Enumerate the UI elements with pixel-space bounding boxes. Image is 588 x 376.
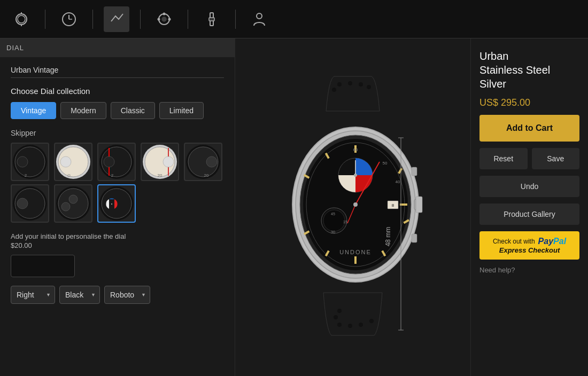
collection-vintage-button[interactable]: Vintage	[11, 102, 56, 119]
svg-point-1	[18, 15, 25, 23]
svg-point-65	[348, 324, 352, 328]
main-area: DIAL Urban Vintage Choose Dial collectio…	[0, 38, 588, 376]
svg-text:20: 20	[158, 173, 163, 178]
save-button[interactable]: Save	[532, 148, 580, 169]
dial-thumb-2[interactable]: Ω	[54, 143, 92, 181]
product-name-line2: Stainless Steel Silver	[479, 64, 550, 90]
svg-point-105	[353, 202, 358, 207]
need-help-link[interactable]: Need help?	[479, 266, 579, 274]
undo-button[interactable]: Undo	[479, 176, 579, 197]
svg-text:45: 45	[331, 212, 335, 216]
crown-nav-icon[interactable]	[151, 6, 177, 32]
dropdowns-row: Right Left Center Black White Gold Robot…	[11, 286, 224, 304]
svg-point-61	[359, 82, 363, 87]
nav-divider-1	[45, 10, 45, 29]
center-panel: 48 mm 20 mm 40 mm	[235, 38, 470, 376]
svg-text:50: 50	[383, 161, 388, 166]
svg-rect-80	[400, 203, 407, 206]
dial-thumb-5[interactable]: 20	[184, 143, 222, 181]
dial-nav-icon[interactable]	[104, 6, 129, 32]
svg-point-35	[206, 156, 217, 167]
svg-point-59	[337, 82, 342, 87]
choose-dial-label: Choose Dial collection	[11, 87, 224, 96]
svg-rect-13	[209, 18, 214, 21]
initial-input-box[interactable]	[11, 255, 75, 277]
collection-modern-button[interactable]: Modern	[60, 102, 106, 119]
collection-limited-button[interactable]: Limited	[159, 102, 204, 119]
personalize-label: Add your initial to personalise the dial	[11, 232, 224, 240]
reset-button[interactable]: Reset	[479, 148, 528, 169]
collection-buttons: Vintage Modern Classic Limited	[11, 102, 224, 119]
svg-point-46	[111, 203, 112, 205]
clock-nav-icon[interactable]	[56, 6, 82, 32]
svg-point-10	[168, 18, 171, 20]
svg-point-26	[104, 156, 114, 167]
right-panel: Urban Stainless Steel Silver US$ 295.00 …	[470, 38, 588, 376]
product-name-line1: Urban	[479, 50, 508, 62]
watch-image: 45 15 30 60 50 40	[257, 68, 449, 346]
collection-classic-button[interactable]: Classic	[111, 102, 155, 119]
color-dropdown-wrapper: Black White Gold	[59, 286, 100, 304]
svg-point-42	[61, 202, 70, 211]
divider	[11, 77, 224, 78]
svg-point-60	[348, 81, 352, 85]
dial-thumb-4[interactable]: 20	[141, 143, 179, 181]
svg-text:60: 60	[353, 147, 358, 152]
svg-text:2: 2	[111, 173, 114, 178]
svg-point-67	[369, 319, 374, 323]
product-gallery-button[interactable]: Product Gallery	[479, 203, 579, 225]
svg-point-17	[17, 156, 28, 167]
reset-save-row: Reset Save	[479, 148, 579, 169]
dial-thumb-6[interactable]	[11, 184, 49, 223]
svg-rect-76	[412, 234, 417, 242]
position-dropdown-wrapper: Right Left Center	[11, 286, 55, 304]
svg-point-39	[17, 198, 28, 209]
svg-point-68	[334, 315, 338, 319]
svg-point-43	[69, 195, 78, 203]
svg-text:UNDONE: UNDONE	[339, 249, 372, 255]
add-to-cart-button[interactable]: Add to Cart	[479, 115, 579, 142]
watch-nav-icon[interactable]	[9, 6, 34, 32]
subsection-title: Urban Vintage	[11, 66, 224, 74]
font-dropdown-wrapper: Roboto Arial Serif	[104, 286, 150, 304]
paypal-checkout-label: Check out with	[493, 238, 535, 245]
svg-point-64	[337, 323, 342, 327]
paypal-checkout-button[interactable]: Check out with PayPal Express Checkout	[479, 231, 579, 260]
top-navigation	[0, 0, 588, 38]
dial-thumb-8-selected[interactable]	[97, 184, 136, 223]
svg-point-66	[359, 323, 363, 327]
nav-divider-2	[92, 10, 93, 29]
svg-text:Ω: Ω	[67, 173, 71, 178]
dial-thumbnails-grid: 2 Ω 2 20 20	[11, 143, 224, 223]
section-label: DIAL	[0, 38, 235, 57]
watch-display: 48 mm 20 mm 40 mm	[257, 68, 449, 346]
svg-text:40: 40	[396, 179, 400, 184]
svg-point-63	[332, 88, 336, 92]
svg-point-14	[257, 13, 262, 19]
skipper-label: Skipper	[11, 129, 224, 137]
color-dropdown[interactable]: Black White Gold	[59, 286, 100, 304]
svg-rect-81	[354, 256, 357, 264]
font-dropdown[interactable]: Roboto Arial Serif	[104, 286, 150, 304]
svg-point-9	[163, 12, 166, 15]
svg-text:15: 15	[343, 220, 347, 224]
svg-point-69	[337, 309, 342, 313]
personalize-price: $20.00	[11, 241, 224, 249]
nav-divider-4	[188, 10, 188, 29]
paypal-top-row: Check out with PayPal	[493, 237, 566, 246]
svg-point-62	[367, 85, 371, 89]
dial-thumb-3[interactable]: 2	[97, 143, 136, 181]
position-dropdown[interactable]: Right Left Center	[11, 286, 55, 304]
svg-text:20: 20	[204, 173, 209, 178]
paypal-logo: PayPal	[538, 237, 566, 246]
dial-thumb-1[interactable]: 2	[11, 143, 49, 181]
svg-rect-74	[416, 197, 422, 213]
dial-thumb-7[interactable]	[54, 184, 92, 223]
product-title: Urban Stainless Steel Silver	[479, 49, 579, 91]
clasp-nav-icon[interactable]	[199, 6, 225, 32]
product-price: US$ 295.00	[479, 97, 579, 108]
left-panel: DIAL Urban Vintage Choose Dial collectio…	[0, 38, 235, 376]
figure-nav-icon[interactable]	[246, 6, 272, 32]
svg-point-11	[158, 18, 160, 20]
svg-point-31	[163, 156, 174, 167]
